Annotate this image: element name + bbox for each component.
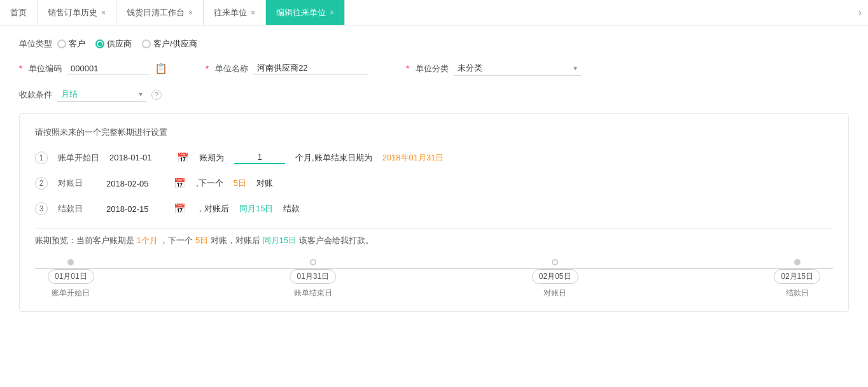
payment-condition-select[interactable]: 月结 ▾	[57, 87, 146, 102]
period-highlight-2: 5日	[234, 178, 246, 189]
timeline-dot-2	[310, 259, 316, 265]
payment-condition-field: 收款条件 月结 ▾ ?	[19, 87, 162, 102]
radio-supplier-circle	[95, 39, 104, 48]
tab-sales-history-close[interactable]: ×	[101, 8, 106, 17]
timeline-badge-2: 01月31日	[290, 269, 336, 284]
calendar-icon-2[interactable]: 📅	[174, 178, 186, 189]
tab-home-label: 首页	[10, 7, 27, 18]
unit-type-label: 单位类型	[19, 38, 52, 50]
tab-cash-workbench[interactable]: 钱货日清工作台 ×	[116, 0, 204, 25]
timeline-points: 01月01日 账单开始日 01月31日 账单结束日 02月05日 对账日 02月…	[48, 259, 820, 299]
tab-sales-history[interactable]: 销售订单历史 ×	[38, 0, 116, 25]
period-row-2: 2 对账日 2018-02-05 📅 ,下一个 5日 对账	[35, 177, 833, 190]
period-setup-card: 请按照未来的一个完整帐期进行设置 1 账单开始日 2018-01-01 📅 账期…	[19, 113, 849, 312]
preview-middle1: ，下一个	[160, 236, 193, 245]
payment-condition-row: 收款条件 月结 ▾ ?	[19, 87, 849, 102]
preview-middle2: 对账，对账后	[211, 236, 260, 245]
tab-partner-units[interactable]: 往来单位 ×	[204, 0, 266, 25]
period-date-1: 2018-01-01	[109, 153, 167, 162]
period-label-2: 对账日	[58, 178, 96, 189]
period-label-3: 结款日	[58, 203, 96, 215]
period-suffix-before-1: 账期为	[199, 152, 224, 164]
unit-type-row: 单位类型 客户 供应商 客户/供应商	[19, 38, 849, 50]
tab-cash-workbench-label: 钱货日清工作台	[127, 7, 185, 18]
timeline-label-4: 结款日	[786, 288, 809, 299]
unit-name-field: * 单位名称	[206, 62, 368, 75]
timeline-point-2: 01月31日 账单结束日	[290, 259, 336, 299]
timeline-point-start: 01月01日 账单开始日	[48, 259, 94, 299]
timeline-label-2: 账单结束日	[294, 288, 332, 299]
period-row-3: 3 结款日 2018-02-15 📅 ，对账后 同月15日 结款	[35, 202, 833, 215]
period-date-2: 2018-02-05	[106, 179, 164, 188]
help-icon[interactable]: ?	[151, 90, 162, 100]
period-suffix-2: 对账	[256, 178, 273, 189]
classify-chevron-icon: ▾	[573, 64, 577, 73]
radio-both-circle	[142, 39, 151, 48]
tab-partner-units-close[interactable]: ×	[251, 8, 255, 17]
unit-code-input[interactable]	[67, 62, 150, 75]
radio-supplier[interactable]: 供应商	[95, 38, 132, 50]
unit-name-input[interactable]	[253, 62, 368, 75]
main-content: 单位类型 客户 供应商 客户/供应商 * 单位编码	[0, 25, 868, 387]
unit-code-required: *	[19, 64, 22, 73]
period-end-date-1: 2018年01月31日	[382, 152, 444, 164]
unit-name-required: *	[206, 64, 209, 73]
period-date-3: 2018-02-15	[106, 204, 164, 214]
period-index-1: 1	[35, 151, 48, 164]
tab-partner-units-label: 往来单位	[214, 7, 247, 18]
tab-sales-history-label: 销售订单历史	[48, 7, 97, 18]
timeline-wrapper: 01月01日 账单开始日 01月31日 账单结束日 02月05日 对账日 02月…	[35, 259, 833, 299]
tab-scroll-arrow[interactable]: ›	[852, 0, 868, 25]
timeline-point-3: 02月05日 对账日	[532, 259, 578, 299]
unit-classify-required: *	[406, 64, 409, 73]
tab-edit-partner[interactable]: 编辑往来单位 ×	[266, 0, 345, 25]
payment-condition-value: 月结	[61, 88, 136, 100]
timeline-point-end: 02月15日 结款日	[774, 259, 820, 299]
radio-customer-label: 客户	[69, 38, 85, 50]
period-suffix-after-1: 个月,账单结束日期为	[295, 152, 372, 164]
timeline-badge-4: 02月15日	[774, 269, 820, 284]
tab-edit-partner-label: 编辑往来单位	[276, 7, 326, 18]
timeline-label-1: 账单开始日	[52, 288, 90, 299]
calendar-icon-1[interactable]: 📅	[177, 152, 189, 164]
radio-customer-circle	[57, 39, 66, 48]
unit-classify-field: * 单位分类 未分类 ▾	[406, 61, 581, 76]
preview-text: 账期预览：当前客户账期是 1个月 ，下一个 5日 对账，对账后 同月15日 该客…	[35, 235, 833, 246]
card-title: 请按照未来的一个完整帐期进行设置	[35, 127, 833, 138]
period-highlight-3: 同月15日	[239, 203, 273, 215]
radio-supplier-label: 供应商	[107, 38, 132, 50]
unit-classify-dropdown[interactable]: 未分类 ▾	[454, 61, 581, 76]
period-months-input[interactable]	[234, 151, 285, 164]
preview-suffix: 该客户会给我打款。	[299, 236, 374, 245]
preview-part1: 1个月	[137, 236, 158, 245]
tab-edit-partner-close[interactable]: ×	[330, 8, 334, 17]
tab-bar: 首页 销售订单历史 × 钱货日清工作台 × 往来单位 × 编辑往来单位 × ›	[0, 0, 868, 25]
preview-part2: 5日	[195, 236, 208, 245]
period-prefix-3: ，对账后	[196, 203, 229, 215]
radio-both[interactable]: 客户/供应商	[142, 38, 197, 50]
unit-info-row: * 单位编码 📋 * 单位名称 * 单位分类 未分类 ▾	[19, 61, 849, 76]
unit-name-label: 单位名称	[215, 63, 248, 74]
timeline-label-3: 对账日	[543, 288, 566, 299]
preview-label: 账期预览：当前客户账期是	[35, 236, 134, 245]
timeline-dot-3	[552, 259, 558, 265]
period-prefix-2: ,下一个	[196, 178, 223, 189]
payment-chevron-icon: ▾	[139, 90, 143, 99]
calendar-icon-3[interactable]: 📅	[174, 203, 186, 215]
unit-classify-label: 单位分类	[416, 63, 449, 74]
period-label-1: 账单开始日	[58, 152, 99, 164]
period-suffix-3: 结款	[283, 203, 300, 215]
radio-customer[interactable]: 客户	[57, 38, 85, 50]
timeline-badge-1: 01月01日	[48, 269, 94, 284]
copy-icon[interactable]: 📋	[155, 62, 167, 74]
unit-type-field: 单位类型 客户 供应商 客户/供应商	[19, 38, 197, 50]
timeline-dot-end	[794, 259, 801, 265]
tab-home[interactable]: 首页	[0, 0, 38, 25]
period-row-1: 1 账单开始日 2018-01-01 📅 账期为 个月,账单结束日期为 2018…	[35, 151, 833, 164]
unit-code-label: 单位编码	[29, 63, 62, 74]
preview-part3: 同月15日	[263, 236, 297, 245]
payment-condition-label: 收款条件	[19, 89, 52, 101]
timeline-badge-3: 02月05日	[532, 269, 578, 284]
timeline-dot-start	[67, 259, 74, 265]
tab-cash-workbench-close[interactable]: ×	[188, 8, 193, 17]
